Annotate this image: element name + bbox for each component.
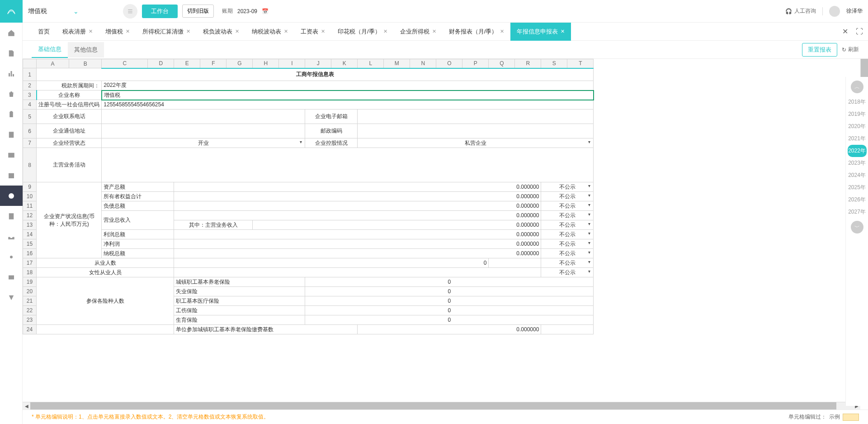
row-header[interactable]: 13: [23, 220, 37, 230]
cell[interactable]: [358, 110, 594, 124]
cell-publish[interactable]: 不公示: [541, 211, 594, 220]
cell-email-label[interactable]: 企业电子邮箱: [305, 110, 358, 124]
cell[interactable]: [358, 124, 594, 138]
col-header-G[interactable]: G: [226, 59, 253, 68]
list-toggle-icon[interactable]: [123, 4, 137, 19]
cell[interactable]: [174, 268, 541, 277]
scroll-left-icon[interactable]: ◀: [23, 404, 30, 409]
nav-video-icon[interactable]: [0, 267, 23, 287]
nav-inbox-icon[interactable]: [0, 226, 23, 247]
nav-calendar-icon[interactable]: [0, 165, 23, 186]
col-header-N[interactable]: N: [410, 59, 436, 68]
cell-publish[interactable]: 不公示: [541, 192, 594, 201]
cell-value[interactable]: 0.000000: [174, 211, 541, 220]
cell-label[interactable]: 其中：主营业务收入: [174, 220, 253, 230]
cell-label[interactable]: 失业保险: [174, 287, 305, 296]
tab-首页[interactable]: 首页: [32, 23, 56, 41]
cell[interactable]: [489, 258, 541, 268]
cell-value[interactable]: 0.000000: [174, 182, 541, 192]
close-icon[interactable]: ✕: [432, 29, 436, 34]
col-header-O[interactable]: O: [436, 59, 462, 68]
cell-value[interactable]: 0: [305, 277, 594, 287]
cell[interactable]: [102, 110, 305, 124]
cell-label[interactable]: 单位参加城镇职工基本养老保险缴费基数: [174, 325, 358, 334]
row-header[interactable]: 16: [23, 249, 37, 258]
col-header-Q[interactable]: Q: [489, 59, 515, 68]
row-header[interactable]: 14: [23, 230, 37, 239]
cell-label[interactable]: 从业人数: [37, 258, 174, 268]
col-header-D[interactable]: D: [148, 59, 174, 68]
cell-regno-label[interactable]: 注册号/统一社会信用代码: [37, 100, 102, 110]
cell-publish[interactable]: 不公示: [541, 249, 594, 258]
corner-cell[interactable]: [23, 59, 37, 68]
cell-publish[interactable]: 不公示: [541, 258, 594, 268]
row-header[interactable]: 15: [23, 239, 37, 249]
cell-period-label[interactable]: 税款所属期间：: [37, 81, 102, 91]
cell-asset-group[interactable]: 企业资产状况信息(币种：人民币万元): [37, 182, 102, 258]
row-header[interactable]: 5: [23, 110, 37, 124]
year-2023年[interactable]: 2023年: [848, 157, 867, 169]
cell-publish[interactable]: 不公示: [541, 239, 594, 249]
year-2025年[interactable]: 2025年: [848, 181, 867, 194]
cell-label[interactable]: 所有者权益合计: [102, 192, 174, 201]
tab-所得税汇算清缴[interactable]: 所得税汇算清缴✕: [136, 23, 197, 41]
col-header-L[interactable]: L: [358, 59, 384, 68]
nav-clipboard-icon[interactable]: [0, 104, 23, 124]
cell-company-label[interactable]: 企业名称: [37, 91, 102, 100]
close-icon[interactable]: ✕: [561, 29, 565, 34]
nav-table-icon[interactable]: [0, 145, 23, 165]
cell-period-value[interactable]: 2022年度: [102, 81, 594, 91]
cell-label[interactable]: 利润总额: [102, 230, 174, 239]
tab-企业所得税[interactable]: 企业所得税✕: [394, 23, 443, 41]
col-header-H[interactable]: H: [253, 59, 279, 68]
cell-value[interactable]: 0: [305, 296, 594, 306]
year-2021年[interactable]: 2021年: [848, 133, 867, 145]
col-header-J[interactable]: J: [305, 59, 331, 68]
tab-印花税（月/季）[interactable]: 印花税（月/季）✕: [331, 23, 394, 41]
consult-link[interactable]: 🎧 人工咨询: [785, 7, 816, 15]
cell-regno-value[interactable]: 12554585554554656254: [102, 100, 594, 110]
cell-zip-label[interactable]: 邮政编码: [305, 124, 358, 138]
col-header-B[interactable]: B: [69, 59, 102, 68]
row-header[interactable]: 17: [23, 258, 37, 268]
col-header-F[interactable]: F: [200, 59, 226, 68]
close-icon[interactable]: ✕: [284, 29, 288, 34]
user-avatar[interactable]: [829, 6, 840, 17]
cell[interactable]: [102, 124, 305, 138]
cell[interactable]: [37, 325, 174, 334]
cell-mainbiz-label[interactable]: 主营业务活动: [37, 148, 102, 182]
col-header-I[interactable]: I: [279, 59, 305, 68]
row-header[interactable]: 24: [23, 325, 37, 334]
row-header[interactable]: 11: [23, 201, 37, 211]
cell-label[interactable]: 负债总额: [102, 201, 174, 211]
col-header-A[interactable]: A: [37, 59, 69, 68]
row-header[interactable]: 9: [23, 182, 37, 192]
close-icon[interactable]: ✕: [235, 29, 239, 34]
year-2027年[interactable]: 2027年: [848, 206, 867, 218]
close-all-tabs-icon[interactable]: ✕: [839, 26, 851, 38]
cell-label[interactable]: 净利润: [102, 239, 174, 249]
tab-财务报表（月/季）[interactable]: 财务报表（月/季）✕: [443, 23, 511, 41]
cell-label[interactable]: 生育保险: [174, 315, 305, 325]
col-header-T[interactable]: T: [567, 59, 594, 68]
cell-company-value[interactable]: 增值税: [102, 91, 594, 100]
nav-home-icon[interactable]: [0, 23, 23, 43]
cell-insurance-group[interactable]: 参保各险种人数: [37, 277, 174, 325]
col-header-M[interactable]: M: [384, 59, 410, 68]
cell-address-label[interactable]: 企业通信地址: [37, 124, 102, 138]
close-icon[interactable]: ✕: [186, 29, 190, 34]
year-2024年[interactable]: 2024年: [848, 169, 867, 181]
cell-value[interactable]: 0: [305, 315, 594, 325]
tab-工资表[interactable]: 工资表✕: [294, 23, 331, 41]
year-2018年[interactable]: 2018年: [848, 96, 867, 108]
cell-label[interactable]: 职工基本医疗保险: [174, 296, 305, 306]
tab-增值税[interactable]: 增值税✕: [99, 23, 136, 41]
row-header[interactable]: 2: [23, 81, 37, 91]
col-header-R[interactable]: R: [515, 59, 541, 68]
row-header[interactable]: 1: [23, 68, 37, 81]
cell-value[interactable]: 0.000000: [253, 220, 541, 230]
nav-chart-icon[interactable]: [0, 63, 23, 84]
refresh-button[interactable]: ↻ 刷新: [842, 46, 859, 53]
cell-label[interactable]: 女性从业人员: [37, 268, 174, 277]
cell-status-value[interactable]: 开业: [102, 138, 305, 148]
